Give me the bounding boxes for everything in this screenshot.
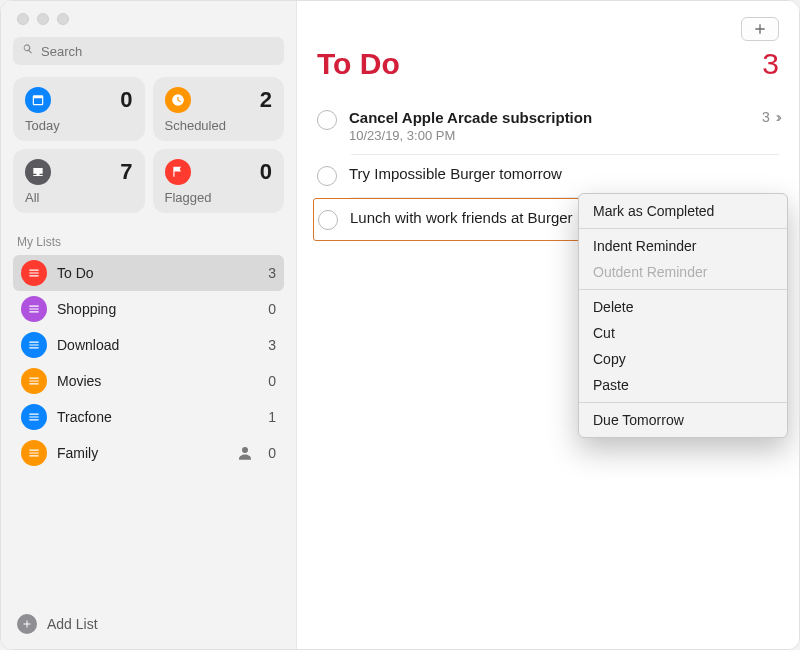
header: To Do 3 — [317, 47, 779, 81]
list-title: To Do — [317, 47, 400, 81]
subtask-indicator[interactable]: 3›› — [762, 109, 779, 125]
smart-lists: 0 Today 2 Scheduled 7 — [13, 77, 284, 213]
tray-icon — [25, 159, 51, 185]
list-icon — [21, 368, 47, 394]
list-total-count: 3 — [762, 47, 779, 81]
list-count: 3 — [262, 265, 276, 281]
search-input[interactable] — [41, 44, 276, 59]
smart-flagged[interactable]: 0 Flagged — [153, 149, 285, 213]
list-count: 3 — [262, 337, 276, 353]
complete-checkbox[interactable] — [317, 110, 337, 130]
list-name: Family — [57, 445, 98, 461]
list-icon — [21, 332, 47, 358]
sidebar: 0 Today 2 Scheduled 7 — [1, 1, 297, 649]
calendar-icon — [25, 87, 51, 113]
list-name: Download — [57, 337, 119, 353]
smart-flagged-label: Flagged — [165, 190, 273, 205]
sidebar-list-row[interactable]: Family0 — [13, 435, 284, 471]
chevron-right-icon: ›› — [776, 109, 779, 125]
complete-checkbox[interactable] — [317, 166, 337, 186]
close-dot[interactable] — [17, 13, 29, 25]
smart-scheduled-count: 2 — [260, 87, 272, 113]
list-name: Tracfone — [57, 409, 112, 425]
list-icon — [21, 296, 47, 322]
smart-today-count: 0 — [120, 87, 132, 113]
list-count: 0 — [262, 373, 276, 389]
smart-today[interactable]: 0 Today — [13, 77, 145, 141]
context-menu-item[interactable]: Paste — [579, 372, 787, 398]
sidebar-list-row[interactable]: To Do3 — [13, 255, 284, 291]
list-name: To Do — [57, 265, 94, 281]
svg-point-0 — [242, 447, 248, 453]
context-menu-item[interactable]: Copy — [579, 346, 787, 372]
clock-icon — [165, 87, 191, 113]
reminder-row[interactable]: Try Impossible Burger tomorrow — [317, 155, 779, 197]
sidebar-list-row[interactable]: Download3 — [13, 327, 284, 363]
reminder-title: Cancel Apple Arcade subscription — [349, 109, 750, 126]
reminder-title: Try Impossible Burger tomorrow — [349, 165, 779, 182]
list-icon — [21, 404, 47, 430]
smart-all-label: All — [25, 190, 133, 205]
smart-flagged-count: 0 — [260, 159, 272, 185]
minimize-dot[interactable] — [37, 13, 49, 25]
flag-icon — [165, 159, 191, 185]
zoom-dot[interactable] — [57, 13, 69, 25]
smart-scheduled[interactable]: 2 Scheduled — [153, 77, 285, 141]
smart-today-label: Today — [25, 118, 133, 133]
smart-all[interactable]: 7 All — [13, 149, 145, 213]
context-menu: Mark as CompletedIndent ReminderOutdent … — [578, 193, 788, 438]
subtask-count: 3 — [762, 109, 770, 125]
context-menu-item: Outdent Reminder — [579, 259, 787, 285]
list-count: 0 — [262, 301, 276, 317]
list-icon — [21, 440, 47, 466]
reminder-subtitle: 10/23/19, 3:00 PM — [349, 128, 750, 143]
search-field[interactable] — [13, 37, 284, 65]
add-reminder-button[interactable] — [741, 17, 779, 41]
context-menu-item[interactable]: Cut — [579, 320, 787, 346]
sidebar-list-row[interactable]: Tracfone1 — [13, 399, 284, 435]
smart-all-count: 7 — [120, 159, 132, 185]
list-count: 1 — [262, 409, 276, 425]
context-menu-separator — [579, 289, 787, 290]
shared-icon — [236, 444, 254, 462]
my-lists-label: My Lists — [17, 235, 280, 249]
context-menu-separator — [579, 228, 787, 229]
list-container: To Do3Shopping0Download3Movies0Tracfone1… — [13, 255, 284, 471]
context-menu-item[interactable]: Mark as Completed — [579, 198, 787, 224]
plus-circle-icon — [17, 614, 37, 634]
reminder-row[interactable]: Cancel Apple Arcade subscription10/23/19… — [317, 99, 779, 154]
sidebar-list-row[interactable]: Movies0 — [13, 363, 284, 399]
main-pane: To Do 3 Cancel Apple Arcade subscription… — [297, 1, 799, 649]
list-count: 0 — [262, 445, 276, 461]
list-icon — [21, 260, 47, 286]
toolbar — [317, 17, 779, 41]
list-name: Shopping — [57, 301, 116, 317]
list-name: Movies — [57, 373, 101, 389]
search-icon — [21, 42, 41, 60]
app-window: 0 Today 2 Scheduled 7 — [0, 0, 800, 650]
sidebar-list-row[interactable]: Shopping0 — [13, 291, 284, 327]
complete-checkbox[interactable] — [318, 210, 338, 230]
context-menu-item[interactable]: Due Tomorrow — [579, 407, 787, 433]
add-list-button[interactable]: Add List — [13, 609, 284, 639]
add-list-label: Add List — [47, 616, 98, 632]
context-menu-item[interactable]: Indent Reminder — [579, 233, 787, 259]
smart-scheduled-label: Scheduled — [165, 118, 273, 133]
window-traffic-lights — [13, 9, 284, 37]
context-menu-item[interactable]: Delete — [579, 294, 787, 320]
context-menu-separator — [579, 402, 787, 403]
